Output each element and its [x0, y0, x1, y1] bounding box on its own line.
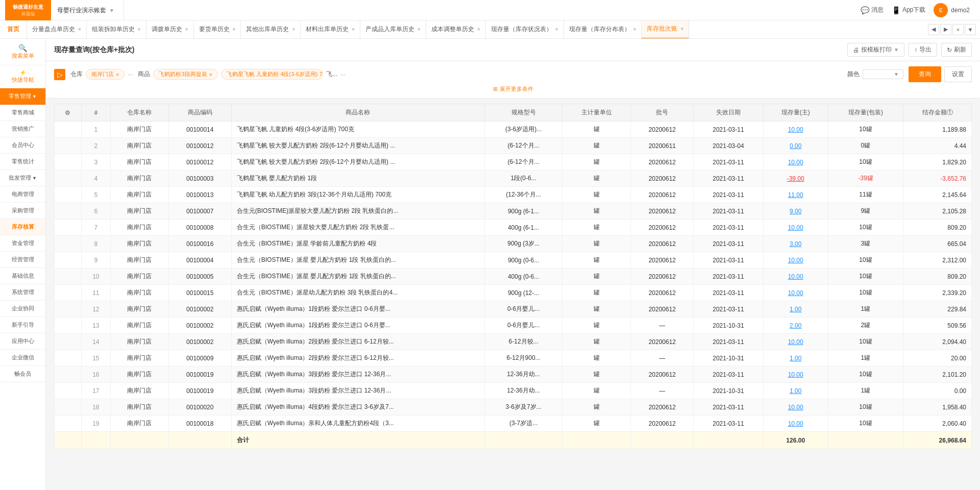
tab-diaopo[interactable]: 调拨单历史 × — [146, 20, 194, 39]
close-icon-pici[interactable]: × — [680, 26, 683, 32]
cell-stock-main[interactable]: 10.00 — [763, 285, 828, 301]
set-btn[interactable]: 设置 — [944, 66, 972, 82]
cell-settings[interactable] — [55, 268, 82, 285]
tab-home[interactable]: 首页 — [0, 20, 27, 39]
tab-fenpan[interactable]: 分量盘点单历史 × — [27, 20, 87, 39]
app-download-btn[interactable]: 📱 App下载 — [892, 6, 925, 14]
cell-settings[interactable] — [55, 252, 82, 268]
cell-settings[interactable] — [55, 154, 82, 170]
cell-stock-main[interactable]: -39.00 — [763, 170, 828, 187]
sidebar-item-mall[interactable]: 零售商城 — [0, 105, 45, 121]
cell-stock-main[interactable]: 10.00 — [763, 334, 828, 350]
sidebar-item-app[interactable]: 应用中心 — [0, 333, 45, 350]
product-tag-feihe3[interactable]: 飞鹤奶粉3段两提装 × — [153, 69, 218, 80]
tab-yaohuo[interactable]: 要货单历史 × — [194, 20, 241, 39]
sidebar-item-marketing[interactable]: 营销推广 — [0, 121, 45, 137]
close-icon-yaohuo[interactable]: × — [233, 27, 236, 32]
close-icon-cailiao[interactable]: × — [352, 27, 355, 32]
close-icon-chengben[interactable]: × — [477, 27, 480, 32]
cell-stock-main[interactable]: 2.00 — [763, 317, 828, 334]
cell-stock-main[interactable]: 1.00 — [763, 350, 828, 366]
refresh-btn[interactable]: ↻ 刷新 — [941, 43, 972, 57]
sidebar-item-wholesale[interactable]: 批发管理 ▼ — [0, 170, 45, 186]
cell-stock-main[interactable]: 10.00 — [763, 268, 828, 285]
close-icon-chanpinru[interactable]: × — [418, 27, 421, 32]
cell-settings[interactable] — [55, 317, 82, 334]
close-icon-diaopo[interactable]: × — [185, 27, 188, 32]
tab-chanpinru[interactable]: 产成品入库单历史 × — [360, 20, 426, 39]
cell-settings[interactable] — [55, 334, 82, 350]
sidebar-item-wechat[interactable]: 企业微信 — [0, 350, 45, 366]
cell-stock-main[interactable]: 10.00 — [763, 415, 828, 432]
tab-xiancun-state[interactable]: 现存量（库存状况表）× — [486, 20, 564, 39]
expand-more-btn[interactable]: ⊞ 展开更多条件 — [493, 85, 533, 93]
cell-stock-main[interactable]: 10.00 — [763, 366, 828, 383]
tab-kucun-pici[interactable]: 库存批次账 × — [642, 20, 689, 39]
query-btn[interactable]: 查询 — [909, 66, 941, 82]
sidebar-item-retail-stat[interactable]: 零售统计 — [0, 154, 45, 170]
tab-chengben[interactable]: 成本调整单历史 × — [426, 20, 486, 39]
close-icon-zuzhuang[interactable]: × — [138, 27, 141, 32]
sidebar-quick-nav[interactable]: ⚡ 快捷导航 — [0, 65, 45, 88]
export-btn[interactable]: ↑ 导出 — [909, 43, 937, 57]
cell-settings[interactable] — [55, 383, 82, 399]
cell-settings[interactable] — [55, 138, 82, 154]
tab-cailiao[interactable]: 材料出库单历史 × — [301, 20, 360, 39]
cell-settings[interactable] — [55, 121, 82, 138]
cell-settings[interactable] — [55, 285, 82, 301]
cell-stock-main[interactable]: 10.00 — [763, 399, 828, 415]
cell-settings[interactable] — [55, 301, 82, 317]
print-btn[interactable]: 🖨 按模板打印 ▼ — [847, 43, 904, 57]
sidebar-item-vip[interactable]: 畅会员 — [0, 366, 45, 382]
tab-xiancun-dist[interactable]: 现存量（库存分布表）× — [564, 20, 642, 39]
close-icon-state[interactable]: × — [555, 27, 558, 32]
cell-settings[interactable] — [55, 219, 82, 236]
sidebar-item-purchase[interactable]: 采购管理 — [0, 203, 45, 219]
cell-stock-main[interactable]: 10.00 — [763, 121, 828, 138]
sidebar-item-biz[interactable]: 经营管理 — [0, 252, 45, 268]
cell-settings[interactable] — [55, 236, 82, 252]
filter-expand-btn[interactable]: ▷ — [54, 69, 65, 80]
sidebar-item-ecom[interactable]: 电商管理 — [0, 186, 45, 203]
cell-settings[interactable] — [55, 203, 82, 219]
sidebar-item-retail[interactable]: 零售管理 ▼ — [0, 88, 45, 105]
sidebar-item-member[interactable]: 会员中心 — [0, 137, 45, 154]
cell-settings[interactable] — [55, 415, 82, 432]
cell-stock-main[interactable]: 10.00 — [763, 252, 828, 268]
close-icon-qita[interactable]: × — [292, 27, 295, 32]
cell-settings[interactable] — [55, 187, 82, 203]
cell-settings[interactable] — [55, 170, 82, 187]
cell-stock-main[interactable]: 10.00 — [763, 219, 828, 236]
cell-stock-main[interactable]: 9.00 — [763, 203, 828, 219]
sidebar-item-sys[interactable]: 系统管理 — [0, 284, 45, 301]
col-settings-header[interactable]: ⚙ — [55, 104, 82, 121]
cell-stock-main[interactable]: 10.00 — [763, 154, 828, 170]
close-icon-dist[interactable]: × — [633, 27, 636, 32]
sidebar-item-finance[interactable]: 资金管理 — [0, 235, 45, 252]
color-select[interactable]: ▼ — [863, 69, 903, 79]
tab-close-btn[interactable]: × — [952, 24, 964, 35]
tab-prev-btn[interactable]: ◀ — [928, 24, 939, 35]
tab-zuzhuang[interactable]: 组装拆卸单历史 × — [87, 20, 146, 39]
cell-stock-main[interactable]: 0.00 — [763, 138, 828, 154]
tab-next-btn[interactable]: ▶ — [940, 24, 951, 35]
sidebar-item-basic[interactable]: 基础信息 — [0, 268, 45, 284]
cell-settings[interactable] — [55, 399, 82, 415]
tag-close-product1[interactable]: × — [209, 71, 212, 78]
cell-stock-main[interactable]: 1.00 — [763, 383, 828, 399]
message-btn[interactable]: 💬 消息 — [861, 6, 884, 14]
cell-stock-main[interactable]: 11.00 — [763, 187, 828, 203]
tag-close-warehouse[interactable]: × — [116, 71, 119, 78]
store-selector[interactable]: 母婴行业演示账套 ▼ — [51, 0, 124, 20]
tab-qita[interactable]: 其他出库单历史 × — [241, 20, 301, 39]
sidebar-item-corp[interactable]: 企业协同 — [0, 301, 45, 317]
sidebar-item-inventory[interactable]: 库存核算 — [0, 219, 45, 235]
cell-settings[interactable] — [55, 350, 82, 366]
sidebar-item-guide[interactable]: 新手引导 — [0, 317, 45, 333]
product-tag-feihe4[interactable]: 飞鹤星飞帆 儿童奶粉 4段(3-6岁适用) 700克 × — [221, 69, 323, 80]
sidebar-search[interactable]: 🔍 搜索菜单 — [0, 39, 45, 65]
tab-more-btn[interactable]: ▼ — [965, 24, 976, 35]
cell-stock-main[interactable]: 1.00 — [763, 301, 828, 317]
warehouse-tag-nanao[interactable]: 南岸门店 × — [86, 69, 125, 80]
user-avatar[interactable]: E demo2 — [934, 3, 975, 17]
